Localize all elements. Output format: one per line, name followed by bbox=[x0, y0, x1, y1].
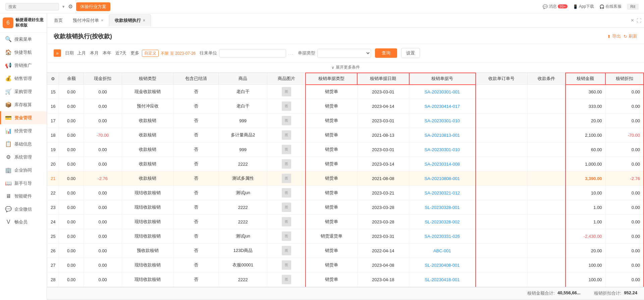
top-search-input[interactable] bbox=[5, 3, 59, 10]
row-writeoff-bill-no[interactable]: SA-20230301-010 bbox=[409, 114, 476, 128]
row-writeoff-type: 收款核销 bbox=[122, 114, 173, 128]
date-custom-btn[interactable]: 自定义 bbox=[142, 50, 159, 57]
row-writeoff-bill-no[interactable]: SA-20230301-001 bbox=[409, 85, 476, 99]
maximize-icon[interactable]: ⛶ bbox=[637, 18, 641, 23]
sidebar-item-finance[interactable]: 💳 资金管理 bbox=[0, 111, 47, 124]
online-service-btn[interactable]: 🎧 在线客服 bbox=[599, 4, 622, 9]
bill-no-link[interactable]: SA-20230331-026 bbox=[425, 234, 460, 239]
row-collect-condition bbox=[527, 272, 566, 287]
user-badge[interactable]: Rit bbox=[627, 4, 639, 10]
tab-home[interactable]: 首页 bbox=[50, 14, 67, 26]
message-btn[interactable]: 💬 消息 99+ bbox=[543, 4, 568, 9]
sidebar-item-shortcut[interactable]: 🏠 快捷导航 bbox=[0, 46, 47, 59]
total-amount-value: 40,556,66... bbox=[557, 290, 581, 296]
refresh-button[interactable]: ↻ 刷新 bbox=[624, 33, 637, 39]
bill-type-select[interactable] bbox=[317, 49, 371, 58]
tab-collect[interactable]: 收款核销执行 × bbox=[109, 14, 151, 26]
row-include-settled: 否 bbox=[173, 215, 218, 229]
bill-no-link[interactable]: ABC-001 bbox=[433, 248, 451, 253]
col-settings[interactable]: ⚙ bbox=[47, 73, 59, 85]
row-writeoff-bill-no[interactable]: SA-20230331-026 bbox=[409, 229, 476, 244]
bill-no-link[interactable]: SA-20230301-010 bbox=[425, 118, 460, 123]
app-download-btn[interactable]: 📱 App下载 bbox=[573, 4, 594, 9]
row-writeoff-bill-no[interactable]: SL-20230408-001 bbox=[409, 258, 476, 272]
bill-no-link[interactable]: SL-20230328-001 bbox=[425, 205, 460, 210]
bill-no-link[interactable]: SL-20230328-002 bbox=[425, 219, 460, 224]
row-writeoff-bill-no[interactable]: SA-20230414-017 bbox=[409, 99, 476, 114]
sidebar-item-search[interactable]: 🔍 搜索菜单 bbox=[0, 33, 47, 46]
row-writeoff-bill-type: 销货单 bbox=[306, 200, 357, 215]
row-goods: 2222 bbox=[219, 272, 267, 287]
row-goods: 测试多属性 bbox=[219, 171, 267, 186]
bill-no-link[interactable]: SA-20210813-001 bbox=[425, 133, 460, 138]
row-writeoff-bill-date: 2023-03-21 bbox=[357, 186, 409, 200]
date-this-year[interactable]: 本年 bbox=[101, 49, 113, 57]
bill-no-link[interactable]: SA-20230321-012 bbox=[425, 190, 460, 196]
row-writeoff-discount: 0.00 bbox=[605, 114, 644, 128]
row-include-settled: 否 bbox=[173, 272, 218, 287]
row-writeoff-bill-date: 2023-04-18 bbox=[357, 272, 409, 287]
sidebar-item-enterprise[interactable]: 🏢 企业协同 bbox=[0, 164, 47, 177]
row-writeoff-bill-no[interactable]: SL-20230418-001 bbox=[409, 272, 476, 287]
bill-no-link[interactable]: SA-20230301-010 bbox=[425, 147, 460, 152]
row-writeoff-discount: 0.00 bbox=[605, 186, 644, 200]
close-all-icon[interactable]: × bbox=[631, 17, 634, 24]
tab-prepay[interactable]: 预付冲应付单 × bbox=[67, 14, 109, 26]
sidebar-label: 新手引导 bbox=[14, 180, 32, 186]
page-title: 收款核销执行(按收款) bbox=[54, 32, 112, 40]
marketing-icon: 📢 bbox=[5, 62, 12, 69]
bill-no-link[interactable]: SA-20230314-008 bbox=[425, 162, 460, 167]
date-this-month[interactable]: 本月 bbox=[89, 49, 100, 57]
expand-more-button[interactable]: ∨ 展开更多条件 bbox=[331, 65, 360, 70]
row-writeoff-bill-no[interactable]: SA-20230314-008 bbox=[409, 157, 476, 171]
row-goods: 老白干 bbox=[219, 85, 267, 99]
row-writeoff-bill-no[interactable]: SL-20230328-002 bbox=[409, 215, 476, 229]
date-last-month[interactable]: 上月 bbox=[76, 49, 87, 57]
bill-no-link[interactable]: SA-20230414-017 bbox=[425, 104, 460, 109]
prepay-tab-close[interactable]: × bbox=[101, 18, 103, 23]
operations-icon: 📊 bbox=[5, 128, 12, 134]
export-button[interactable]: ⬆ 导出 bbox=[607, 33, 621, 39]
row-writeoff-type: 收款核销 bbox=[122, 128, 173, 142]
row-writeoff-discount: 0.00 bbox=[605, 229, 644, 244]
row-writeoff-bill-no[interactable]: SL-20230328-001 bbox=[409, 200, 476, 215]
finance-icon: 💳 bbox=[5, 115, 12, 121]
table-row: 170.000.00收款核销否999图销货单2023-03-01SA-20230… bbox=[47, 114, 644, 128]
sidebar-item-wechat[interactable]: 💬 企业微信 bbox=[0, 203, 47, 216]
bill-no-link[interactable]: SL-20230418-001 bbox=[425, 277, 460, 282]
sidebar-item-operations[interactable]: 📊 经营管理 bbox=[0, 124, 47, 137]
total-amount-item: 核销金额合计: 40,556,66... bbox=[527, 290, 580, 296]
row-writeoff-discount: 0.00 bbox=[605, 142, 644, 157]
industry-btn[interactable]: 休验行业方案 bbox=[76, 2, 110, 11]
query-button[interactable]: 查询 bbox=[375, 48, 397, 58]
row-writeoff-bill-no[interactable]: SA-20230301-010 bbox=[409, 142, 476, 157]
row-writeoff-bill-no[interactable]: ABC-001 bbox=[409, 244, 476, 258]
settings-button[interactable]: 设置 bbox=[401, 48, 420, 58]
sidebar-item-purchase[interactable]: 🛒 采购管理 bbox=[0, 85, 47, 98]
sidebar-item-basics[interactable]: 📋 基础信息 bbox=[0, 137, 47, 151]
sidebar-item-member[interactable]: V 畅会员 bbox=[0, 216, 47, 228]
sidebar-item-marketing[interactable]: 📢 营销推广 bbox=[0, 59, 47, 72]
row-writeoff-bill-no[interactable]: SA-20210813-001 bbox=[409, 128, 476, 142]
bill-no-link[interactable]: SL-20230408-001 bbox=[425, 263, 460, 268]
row-writeoff-bill-no[interactable]: SA-20230321-012 bbox=[409, 186, 476, 200]
row-goods-image: 图 bbox=[267, 142, 306, 157]
date-7days[interactable]: 近7天 bbox=[114, 49, 128, 57]
sidebar-item-inventory[interactable]: 📦 库存核算 bbox=[0, 98, 47, 111]
sidebar-item-hardware[interactable]: 🖥 智能硬件 bbox=[0, 190, 47, 203]
sidebar-item-guide[interactable]: 📖 新手引导 bbox=[0, 177, 47, 190]
row-writeoff-bill-no[interactable]: SA-20210808-001 bbox=[409, 171, 476, 186]
collect-tab-close[interactable]: × bbox=[143, 18, 145, 23]
from-unit-input[interactable] bbox=[219, 49, 286, 57]
settings-icon[interactable]: ⚙ bbox=[68, 3, 73, 10]
filter-toggle-button[interactable]: » bbox=[54, 49, 61, 57]
bill-no-link[interactable]: SA-20210808-001 bbox=[425, 176, 460, 181]
sidebar-label: 销售管理 bbox=[14, 76, 32, 82]
filter-bar: » 日期 上月 本月 本年 近7天 更多 自定义 不限 至 2023-07-26 bbox=[47, 44, 644, 62]
sidebar-item-sales[interactable]: 💰 销售管理 bbox=[0, 72, 47, 85]
date-more[interactable]: 更多 bbox=[129, 49, 141, 57]
row-writeoff-type: 收款核销 bbox=[122, 171, 173, 186]
bill-no-link[interactable]: SA-20230301-001 bbox=[425, 89, 460, 94]
tab-bar: 首页 预付冲应付单 × 收款核销执行 × × ⛶ bbox=[47, 13, 644, 28]
sidebar-item-system[interactable]: ⚙ 系统管理 bbox=[0, 151, 47, 164]
